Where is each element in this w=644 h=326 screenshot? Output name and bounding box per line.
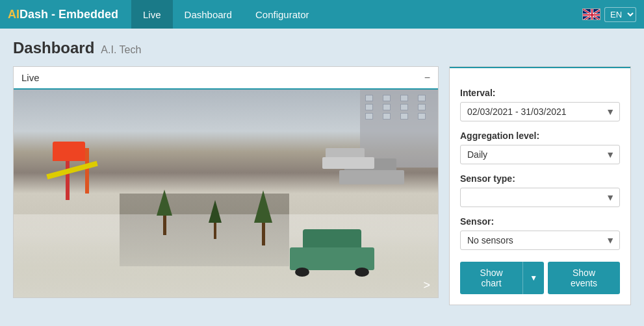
- show-events-button[interactable]: Show events: [548, 262, 620, 294]
- nav-configurator[interactable]: Configurator: [244, 0, 321, 29]
- brand: AIDash - Embedded: [8, 8, 118, 21]
- live-panel-header: Live −: [14, 67, 438, 90]
- car-bg: [322, 148, 374, 169]
- window: [383, 113, 391, 119]
- main-layout: Live −: [13, 66, 631, 305]
- window: [365, 113, 373, 119]
- car-wheels: [290, 268, 374, 277]
- tree-2: [209, 200, 222, 239]
- sensor-type-select[interactable]: [460, 188, 620, 207]
- tree-top3: [254, 190, 272, 223]
- window: [418, 113, 426, 119]
- window: [365, 95, 373, 101]
- show-chart-dropdown-button[interactable]: ▼: [522, 262, 544, 294]
- page-title: Dashboard: [13, 39, 94, 57]
- nav-live[interactable]: Live: [131, 0, 173, 29]
- interval-group: Interval: ▼: [460, 88, 620, 121]
- tree-top2: [209, 200, 222, 223]
- tree-trunk: [163, 216, 166, 235]
- svg-rect-8: [583, 14, 600, 16]
- window: [418, 104, 426, 110]
- car-bg-body: [322, 157, 374, 169]
- date-range-wrapper: ▼: [460, 102, 620, 121]
- sensor-select[interactable]: No sensors: [460, 231, 620, 250]
- lang-select[interactable]: EN: [604, 7, 636, 22]
- tree-trunk3: [262, 223, 265, 245]
- sensor-type-label: Sensor type:: [460, 173, 620, 184]
- wheel-front: [295, 268, 309, 277]
- play-pole2: [85, 148, 89, 194]
- window: [400, 113, 408, 119]
- aggregation-label: Aggregation level:: [460, 131, 620, 141]
- button-row: Show chart ▼ Show events: [460, 262, 620, 294]
- window: [400, 104, 408, 110]
- window: [365, 104, 373, 110]
- sensor-group: Sensor: No sensors ▼: [460, 216, 620, 250]
- car-bg-top: [326, 148, 365, 157]
- aggregation-select-wrapper: Daily Weekly Monthly ▼: [460, 145, 620, 164]
- sidebar-top-border: [450, 67, 630, 68]
- wheel-rear: [355, 268, 369, 277]
- live-panel: Live −: [13, 66, 439, 298]
- sidebar: Interval: ▼ Aggregation level: Daily Wee…: [449, 66, 631, 305]
- tree-trunk2: [214, 223, 216, 239]
- window: [383, 104, 391, 110]
- tree-top: [157, 190, 172, 216]
- sensor-type-group: Sensor type: ▼: [460, 173, 620, 207]
- page: Dashboard A.I. Tech Live −: [0, 29, 644, 316]
- window: [400, 95, 408, 101]
- nav-dashboard[interactable]: Dashboard: [173, 0, 244, 29]
- page-subtitle: A.I. Tech: [101, 44, 141, 56]
- live-panel-title: Live: [21, 72, 40, 83]
- slide-top: [53, 142, 85, 161]
- window: [418, 95, 426, 101]
- brand-rest: Dash - Embedded: [19, 8, 118, 21]
- show-chart-button-group: Show chart ▼: [460, 262, 544, 294]
- navbar: AIDash - Embedded Live Dashboard Configu…: [0, 0, 644, 29]
- camera-arrow[interactable]: >: [423, 279, 430, 292]
- building-windows: [360, 90, 438, 125]
- nav-lang: EN: [582, 7, 636, 22]
- main-car: [290, 229, 374, 277]
- minimize-button[interactable]: −: [424, 73, 430, 83]
- suv-body: [339, 170, 404, 184]
- aggregation-select[interactable]: Daily Weekly Monthly: [460, 145, 620, 164]
- tree-1: [157, 190, 172, 235]
- date-range-input[interactable]: [460, 102, 620, 121]
- main-car-top: [303, 229, 361, 247]
- sensor-label: Sensor:: [460, 216, 620, 227]
- interval-label: Interval:: [460, 88, 620, 98]
- brand-ai: AI: [8, 8, 19, 21]
- camera-scene: [14, 90, 438, 297]
- window: [383, 95, 391, 101]
- camera-view: >: [14, 90, 438, 297]
- page-header: Dashboard A.I. Tech: [13, 39, 631, 57]
- nav-links: Live Dashboard Configurator: [131, 0, 582, 29]
- flag-icon: [582, 8, 600, 20]
- main-car-body: [290, 247, 374, 270]
- show-chart-button[interactable]: Show chart: [460, 262, 522, 294]
- tree-3: [254, 190, 272, 245]
- aggregation-group: Aggregation level: Daily Weekly Monthly …: [460, 131, 620, 164]
- play-beam: [46, 161, 97, 179]
- sensor-type-select-wrapper: ▼: [460, 188, 620, 207]
- sensor-select-wrapper: No sensors ▼: [460, 231, 620, 250]
